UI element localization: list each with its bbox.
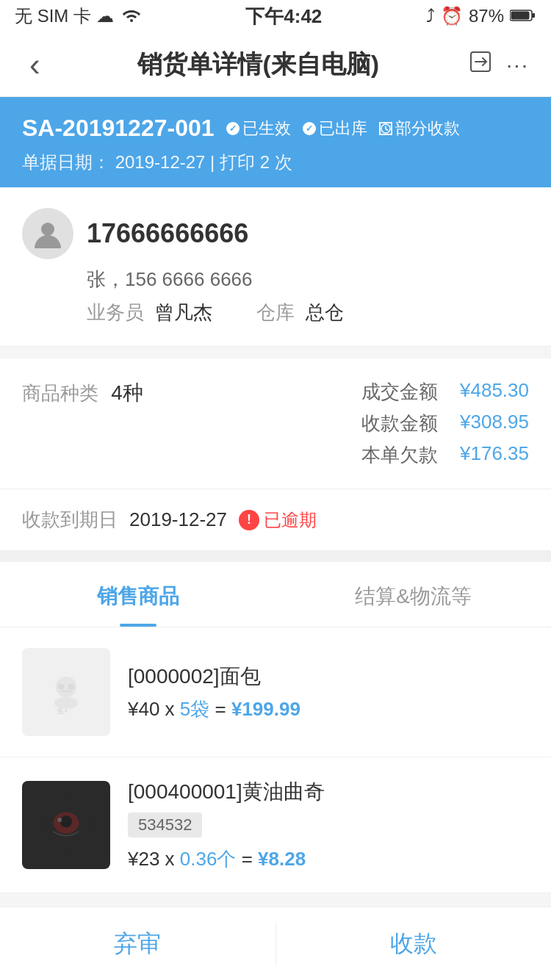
battery-icon <box>510 6 536 26</box>
stats-section: 商品种类 4种 成交金额 ¥485.30 收款金额 ¥308.95 本单欠款 ¥… <box>0 359 551 489</box>
overdue-icon: ! <box>239 510 259 530</box>
product-thumb-2 <box>22 781 110 869</box>
svg-point-8 <box>58 684 64 690</box>
status-time: 下午4:42 <box>245 4 322 29</box>
nav-bar: ‹ 销货单详情(来自电脑) ··· <box>0 32 551 97</box>
alarm-icon: ⏰ <box>441 6 463 26</box>
product-info-1: [0000002]面包 ¥40 x 5袋 = ¥199.99 <box>128 663 529 722</box>
cancel-button[interactable]: 弃审 <box>0 907 276 980</box>
more-icon[interactable]: ··· <box>506 52 529 77</box>
product-tabs: 销售商品 结算&物流等 <box>0 562 551 627</box>
product-list: 兔+ [0000002]面包 ¥40 x 5袋 = ¥199.99 [00040… <box>0 627 551 893</box>
svg-rect-2 <box>511 12 529 20</box>
debt-amount-row: 本单欠款 ¥176.35 <box>361 442 529 468</box>
tab-settlement[interactable]: 结算&物流等 <box>276 562 551 627</box>
battery-label: 87% <box>469 6 504 26</box>
customer-section: 17666666666 张，156 6666 6666 业务员 曾凡杰 仓库 总… <box>0 187 551 347</box>
order-date: 单据日期： 2019-12-27 | 打印 2 次 <box>22 151 529 174</box>
customer-avatar <box>22 208 73 259</box>
status-bar: 无 SIM 卡 ☁ 下午4:42 ⤴ ⏰ 87% <box>0 0 551 32</box>
product-info-2: [000400001]黄油曲奇 534532 ¥23 x 0.36个 = ¥8.… <box>128 778 529 872</box>
badge-partial: 部分收款 <box>379 118 460 140</box>
svg-point-15 <box>57 818 62 822</box>
product-price-2: ¥23 x 0.36个 = ¥8.28 <box>128 846 529 872</box>
customer-name: 17666666666 <box>87 218 248 249</box>
svg-point-14 <box>60 815 72 827</box>
clock-icon <box>379 122 392 135</box>
svg-rect-1 <box>532 13 535 18</box>
product-sku-2: 534532 <box>128 813 202 837</box>
financial-stats: 成交金额 ¥485.30 收款金额 ¥308.95 本单欠款 ¥176.35 <box>361 379 529 468</box>
product-item-1: 兔+ [0000002]面包 ¥40 x 5袋 = ¥199.99 <box>0 627 551 757</box>
check-icon-2 <box>303 122 316 135</box>
order-header-banner: SA-20191227-001 已生效 已出库 部分收款 单据日期： 2019-… <box>0 97 551 187</box>
wifi-icon <box>121 6 142 26</box>
svg-point-9 <box>68 684 74 690</box>
overdue-badge: ! 已逾期 <box>239 508 317 532</box>
nav-actions: ··· <box>469 51 529 78</box>
confirm-button[interactable]: 收款 <box>276 907 552 980</box>
product-thumb-1: 兔+ <box>22 648 110 736</box>
badge-effective: 已生效 <box>226 118 291 140</box>
bottom-bar: 弃审 收款 <box>0 907 551 980</box>
sim-label: 无 SIM 卡 ☁ <box>15 4 114 28</box>
tab-sales-products[interactable]: 销售商品 <box>0 562 276 627</box>
customer-meta: 业务员 曾凡杰 仓库 总仓 <box>87 300 529 325</box>
sales-info: 业务员 曾凡杰 <box>87 300 212 325</box>
product-price-1: ¥40 x 5袋 = ¥199.99 <box>128 696 529 722</box>
check-icon <box>226 122 240 135</box>
warehouse-info: 仓库 总仓 <box>256 300 344 325</box>
back-button[interactable]: ‹ <box>22 46 48 83</box>
status-right: ⤴ ⏰ 87% <box>426 6 536 26</box>
product-name-1: [0000002]面包 <box>128 663 529 691</box>
order-id: SA-20191227-001 <box>22 115 215 142</box>
product-item-2: [000400001]黄油曲奇 534532 ¥23 x 0.36个 = ¥8.… <box>0 757 551 893</box>
svg-point-5 <box>41 223 54 236</box>
location-icon: ⤴ <box>426 6 435 26</box>
page-title: 销货单详情(来自电脑) <box>137 48 379 82</box>
product-name-2: [000400001]黄油曲奇 <box>128 778 529 806</box>
deal-amount-row: 成交金额 ¥485.30 <box>361 379 529 405</box>
svg-text:兔+: 兔+ <box>57 707 68 715</box>
product-types: 商品种类 4种 <box>22 379 143 468</box>
status-left: 无 SIM 卡 ☁ <box>15 4 142 28</box>
customer-contact: 张，156 6666 6666 <box>87 267 529 292</box>
collected-amount-row: 收款金额 ¥308.95 <box>361 411 529 436</box>
badge-shipped: 已出库 <box>303 118 367 140</box>
share-icon[interactable] <box>469 51 491 78</box>
due-date-section: 收款到期日 2019-12-27 ! 已逾期 <box>0 489 551 562</box>
